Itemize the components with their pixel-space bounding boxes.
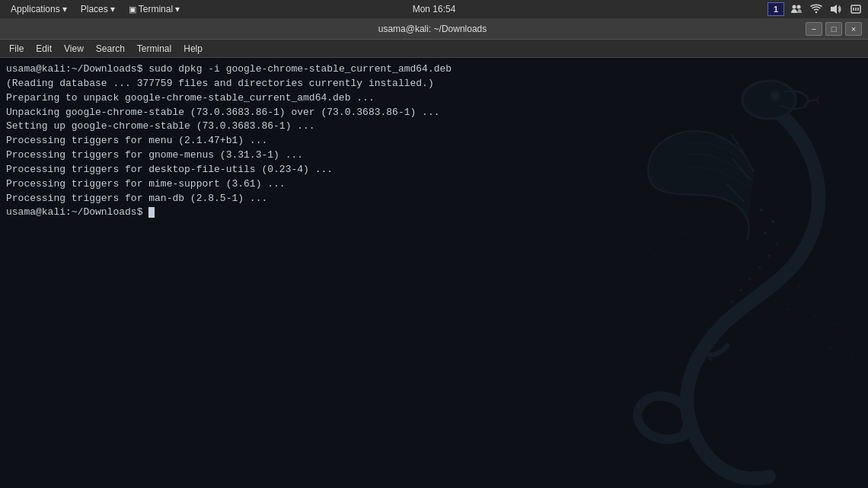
terminal-arrow: ▾	[175, 4, 180, 14]
minimize-button[interactable]: −	[806, 22, 822, 36]
svg-point-21	[806, 301, 808, 302]
terminal-line-7: Processing triggers for gnome-menus (3.3…	[6, 148, 862, 163]
taskbar-right: 1	[767, 2, 863, 16]
places-menu[interactable]: Places ▾	[75, 2, 121, 16]
svg-point-34	[662, 240, 663, 241]
taskbar: Applications ▾ Places ▾ ▣ Terminal ▾ Mon…	[0, 0, 868, 18]
applications-label: Applications	[11, 4, 60, 14]
svg-point-24	[814, 316, 816, 318]
svg-point-32	[669, 225, 671, 226]
svg-point-36	[646, 270, 648, 272]
svg-point-14	[768, 255, 771, 257]
svg-point-1	[797, 5, 801, 9]
svg-point-19	[725, 314, 727, 317]
terminal-title: usama@kali: ~/Downloads	[59, 24, 806, 34]
terminal-window: usama@kali: ~/Downloads − □ × File Edit …	[0, 18, 868, 488]
svg-point-35	[654, 255, 656, 257]
svg-point-29	[844, 339, 846, 340]
power-icon[interactable]	[848, 2, 863, 16]
wifi-icon[interactable]	[809, 2, 824, 16]
svg-point-16	[749, 278, 752, 280]
terminal-label: Terminal	[139, 4, 173, 14]
terminal-body[interactable]: usama@kali:~/Downloads$ sudo dpkg -i goo…	[0, 58, 868, 488]
svg-point-28	[837, 324, 839, 326]
terminal-line-3: Preparing to unpack google-chrome-stable…	[6, 91, 862, 106]
taskbar-clock: Mon 16:54	[413, 4, 456, 14]
terminal-line-9: Processing triggers for mime-support (3.…	[6, 177, 862, 192]
svg-point-11	[771, 220, 774, 223]
terminal-line-8: Processing triggers for desktop-file-uti…	[6, 163, 862, 177]
terminal-line-4: Unpacking google-chrome-stable (73.0.368…	[6, 106, 862, 120]
svg-point-18	[732, 301, 734, 303]
svg-point-22	[787, 308, 790, 311]
maximize-button[interactable]: □	[825, 22, 842, 36]
svg-point-20	[799, 285, 801, 288]
terminal-menubar: File Edit View Search Terminal Help	[0, 40, 868, 58]
applications-arrow: ▾	[62, 4, 67, 14]
terminal-taskbar-btn[interactable]: ▣ Terminal ▾	[123, 2, 186, 16]
window-controls: − □ ×	[806, 22, 862, 36]
terminal-line-1: usama@kali:~/Downloads$ sudo dpkg -i goo…	[6, 62, 862, 77]
svg-point-17	[740, 289, 742, 292]
svg-marker-2	[831, 5, 837, 14]
svg-point-13	[776, 244, 778, 246]
terminal-content: usama@kali:~/Downloads$ sudo dpkg -i goo…	[6, 62, 862, 220]
svg-point-15	[759, 266, 761, 269]
menu-view[interactable]: View	[58, 42, 90, 56]
terminal-line-6: Processing triggers for menu (2.1.47+b1)…	[6, 134, 862, 148]
terminal-line-11: usama@kali:~/Downloads$	[6, 206, 862, 220]
terminal-icon: ▣	[129, 5, 136, 14]
users-icon[interactable]	[789, 2, 804, 16]
svg-point-26	[829, 346, 831, 349]
svg-point-12	[764, 231, 767, 234]
menu-file[interactable]: File	[3, 42, 30, 56]
svg-point-30	[852, 354, 854, 356]
applications-menu[interactable]: Applications ▾	[5, 2, 73, 16]
menu-edit[interactable]: Edit	[30, 42, 58, 56]
terminal-line-2: (Reading database ... 377759 files and d…	[6, 77, 862, 91]
svg-point-25	[822, 331, 823, 333]
svg-point-27	[810, 343, 812, 344]
places-label: Places	[81, 4, 108, 14]
svg-point-23	[795, 324, 796, 325]
taskbar-left: Applications ▾ Places ▾ ▣ Terminal ▾	[5, 2, 186, 16]
menu-help[interactable]: Help	[177, 42, 209, 56]
svg-point-33	[685, 232, 687, 234]
close-button[interactable]: ×	[845, 22, 862, 36]
terminal-line-10: Processing triggers for man-db (2.8.5-1)…	[6, 192, 862, 206]
svg-point-0	[793, 5, 796, 9]
menu-search[interactable]: Search	[90, 42, 131, 56]
keyboard-layout-indicator[interactable]: 1	[767, 2, 784, 16]
terminal-line-5: Setting up google-chrome-stable (73.0.36…	[6, 120, 862, 134]
places-arrow: ▾	[110, 4, 115, 14]
menu-terminal[interactable]: Terminal	[131, 42, 177, 56]
terminal-titlebar: usama@kali: ~/Downloads − □ ×	[0, 18, 868, 40]
volume-icon[interactable]	[828, 2, 844, 16]
